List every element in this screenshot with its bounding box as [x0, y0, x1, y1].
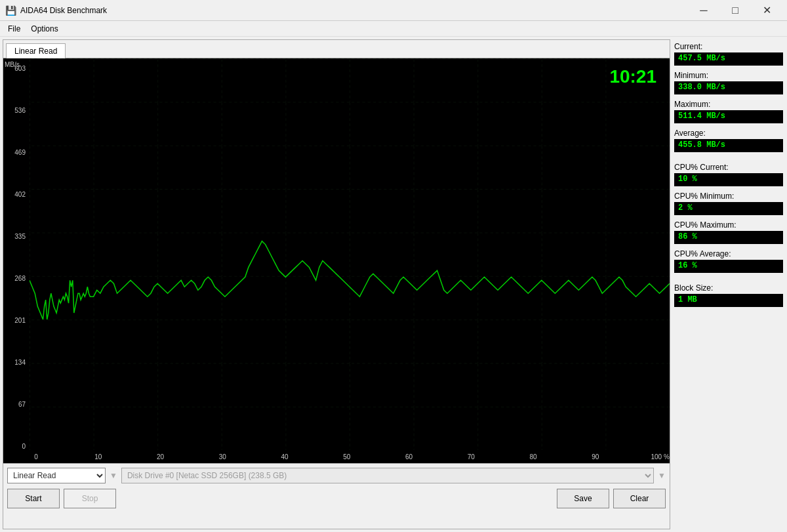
y-label-268: 268: [5, 275, 28, 282]
dropdown-arrow-icon: ▼: [110, 471, 117, 480]
stat-cpu-minimum-value: 2 %: [674, 202, 783, 215]
x-label-20: 20: [154, 453, 167, 460]
stat-current: Current: 457.5 MB/s: [674, 42, 783, 66]
title-bar-controls: ─ □ ✕: [689, 3, 782, 18]
stat-minimum-label: Minimum:: [674, 71, 783, 80]
stat-minimum-value: 338.0 MB/s: [674, 81, 783, 94]
stop-button[interactable]: Stop: [64, 489, 116, 508]
stat-cpu-current: CPU% Current: 10 %: [674, 163, 783, 186]
svg-rect-1: [30, 58, 670, 450]
y-label-67: 67: [5, 401, 28, 408]
x-label-100: 100 %: [651, 453, 670, 460]
stat-block-size: Block Size: 1 MB: [674, 283, 783, 307]
main-container: Linear Read MB/s 603 536 469 402 335 268…: [0, 37, 787, 532]
stat-current-label: Current:: [674, 42, 783, 51]
x-label-70: 70: [464, 453, 477, 460]
chart-inner: [30, 58, 670, 450]
title-bar: 💾 AIDA64 Disk Benchmark ─ □ ✕: [0, 0, 787, 21]
stat-maximum: Maximum: 511.4 MB/s: [674, 100, 783, 123]
y-axis-labels: 603 536 469 402 335 268 201 134 67 0: [3, 58, 30, 463]
y-label-134: 134: [5, 359, 28, 366]
stat-average-value: 455.8 MB/s: [674, 139, 783, 152]
bottom-controls-buttons: Start Stop Save Clear: [3, 486, 670, 511]
stat-cpu-maximum: CPU% Maximum: 86 %: [674, 220, 783, 244]
stat-block-size-value: 1 MB: [674, 294, 783, 307]
chart-svg: [30, 58, 670, 450]
stat-cpu-maximum-label: CPU% Maximum:: [674, 220, 783, 230]
disk-dropdown-arrow-icon: ▼: [658, 471, 666, 480]
time-display: 10:21: [609, 66, 656, 87]
tab-strip: Linear Read: [3, 40, 670, 58]
stat-cpu-maximum-value: 86 %: [674, 231, 783, 244]
menu-bar: File Options: [0, 21, 787, 37]
y-label-0: 0: [5, 443, 28, 450]
minimize-button[interactable]: ─: [689, 3, 719, 18]
title-bar-left: 💾 AIDA64 Disk Benchmark: [5, 5, 107, 16]
stat-average-label: Average:: [674, 129, 783, 138]
stat-cpu-current-label: CPU% Current:: [674, 163, 783, 172]
stat-cpu-minimum-label: CPU% Minimum:: [674, 192, 783, 201]
x-label-80: 80: [527, 453, 540, 460]
app-icon: 💾: [5, 5, 16, 16]
app-title: AIDA64 Disk Benchmark: [20, 6, 107, 15]
menu-file[interactable]: File: [3, 23, 26, 35]
x-label-60: 60: [403, 453, 416, 460]
right-panel: Current: 457.5 MB/s Minimum: 338.0 MB/s …: [673, 39, 784, 529]
stat-maximum-label: Maximum:: [674, 100, 783, 109]
close-button[interactable]: ✕: [752, 3, 782, 18]
start-button[interactable]: Start: [7, 489, 60, 508]
x-label-90: 90: [589, 453, 602, 460]
y-label-603: 603: [5, 65, 28, 72]
stat-maximum-value: 511.4 MB/s: [674, 110, 783, 123]
stat-minimum: Minimum: 338.0 MB/s: [674, 71, 783, 94]
y-label-201: 201: [5, 317, 28, 324]
y-label-469: 469: [5, 149, 28, 156]
x-label-0: 0: [30, 453, 43, 460]
tab-linear-read[interactable]: Linear Read: [6, 43, 66, 58]
bottom-controls-top: Linear Read ▼ Disk Drive #0 [Netac SSD 2…: [3, 464, 670, 486]
stat-cpu-current-value: 10 %: [674, 173, 783, 186]
x-label-40: 40: [278, 453, 291, 460]
menu-options[interactable]: Options: [26, 23, 63, 35]
x-label-30: 30: [216, 453, 229, 460]
x-label-50: 50: [340, 453, 353, 460]
x-axis-labels: 0 10 20 30 40 50 60 70 80 90 100 %: [30, 450, 670, 463]
maximize-button[interactable]: □: [720, 3, 750, 18]
disk-drive-select[interactable]: Disk Drive #0 [Netac SSD 256GB] (238.5 G…: [121, 468, 654, 483]
stat-current-value: 457.5 MB/s: [674, 52, 783, 66]
save-button[interactable]: Save: [557, 489, 609, 508]
stat-cpu-average-value: 16 %: [674, 260, 783, 273]
clear-button[interactable]: Clear: [613, 489, 666, 508]
stat-cpu-minimum: CPU% Minimum: 2 %: [674, 192, 783, 215]
stat-average: Average: 455.8 MB/s: [674, 129, 783, 152]
stat-cpu-average-label: CPU% Average:: [674, 249, 783, 258]
chart-container: MB/s 603 536 469 402 335 268 201 134 67 …: [3, 58, 670, 463]
benchmark-type-select[interactable]: Linear Read: [7, 468, 106, 483]
stat-block-size-label: Block Size:: [674, 283, 783, 293]
y-label-402: 402: [5, 191, 28, 198]
y-label-536: 536: [5, 107, 28, 114]
y-label-335: 335: [5, 233, 28, 240]
stat-cpu-average: CPU% Average: 16 %: [674, 249, 783, 273]
bottom-bar: Linear Read ▼ Disk Drive #0 [Netac SSD 2…: [3, 463, 670, 529]
x-label-10: 10: [92, 453, 105, 460]
left-panel: Linear Read MB/s 603 536 469 402 335 268…: [3, 39, 670, 529]
